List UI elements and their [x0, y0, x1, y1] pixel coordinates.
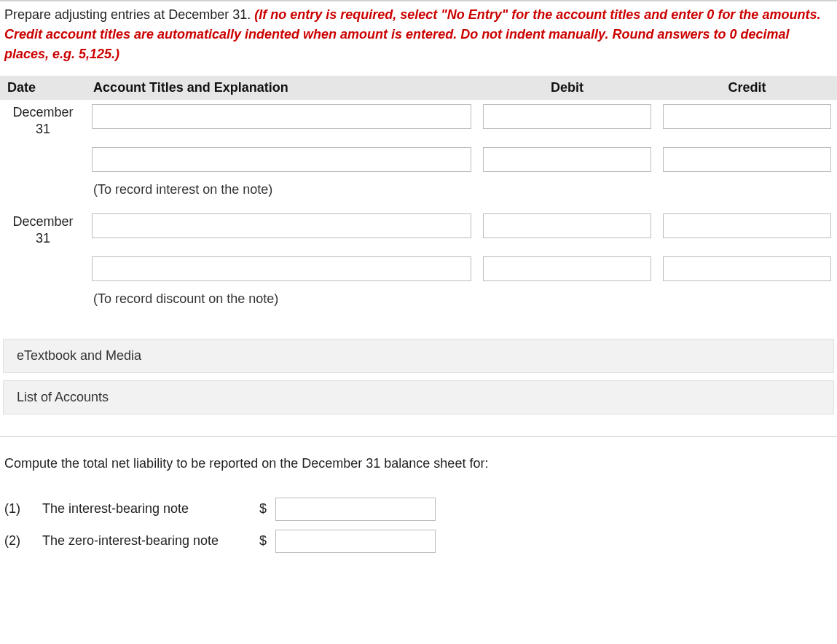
date-cell: December 31 [0, 100, 86, 143]
etextbook-media-label: eTextbook and Media [17, 348, 141, 363]
entry-row [0, 143, 837, 176]
item-number: (1) [4, 501, 34, 517]
account-input[interactable] [92, 256, 471, 281]
date-cell: December 31 [0, 209, 86, 252]
account-input[interactable] [92, 147, 471, 172]
liability-amount-input[interactable] [275, 498, 436, 521]
debit-input[interactable] [483, 104, 651, 129]
instructions-lead: Prepare adjusting entries at December 31… [4, 7, 254, 22]
instructions-block: Prepare adjusting entries at December 31… [0, 2, 837, 71]
etextbook-media-bar[interactable]: eTextbook and Media [3, 339, 834, 373]
divider [0, 436, 837, 437]
entry-row: December 31 [0, 100, 837, 134]
item-number: (2) [4, 533, 34, 549]
explanation-text: (To record discount on the note) [92, 290, 831, 314]
debit-input[interactable] [483, 256, 651, 281]
date-month: December [13, 214, 74, 229]
currency-symbol: $ [255, 533, 267, 549]
currency-symbol: $ [255, 501, 267, 517]
date-day: 31 [36, 122, 50, 136]
item-desc: The zero-interest-bearing note [42, 533, 246, 549]
table-header-row: Date Account Titles and Explanation Debi… [0, 76, 837, 100]
explanation-row: (To record discount on the note) [0, 286, 837, 318]
item-desc: The interest-bearing note [42, 501, 246, 517]
compute-prompt: Compute the total net liability to be re… [0, 452, 837, 476]
header-account: Account Titles and Explanation [86, 76, 477, 100]
liability-amount-input[interactable] [275, 530, 436, 553]
credit-input[interactable] [663, 104, 831, 129]
credit-input[interactable] [663, 147, 831, 172]
entry-row: December 31 [0, 209, 837, 243]
account-input[interactable] [92, 104, 471, 129]
explanation-row: (To record interest on the note) [0, 176, 837, 209]
header-debit: Debit [477, 76, 657, 100]
liability-row: (2) The zero-interest-bearing note $ [0, 525, 837, 557]
explanation-text: (To record interest on the note) [92, 181, 831, 205]
date-day: 31 [36, 231, 50, 246]
debit-input[interactable] [483, 147, 651, 172]
liability-row: (1) The interest-bearing note $ [0, 493, 837, 525]
credit-input[interactable] [663, 256, 831, 281]
list-of-accounts-bar[interactable]: List of Accounts [3, 380, 834, 415]
journal-table: Date Account Titles and Explanation Debi… [0, 76, 837, 318]
list-of-accounts-label: List of Accounts [17, 390, 109, 404]
header-date: Date [0, 76, 86, 100]
account-input[interactable] [92, 213, 471, 238]
credit-input[interactable] [663, 213, 831, 238]
entry-row [0, 252, 837, 286]
header-credit: Credit [657, 76, 837, 100]
debit-input[interactable] [483, 213, 651, 238]
date-month: December [13, 105, 74, 119]
